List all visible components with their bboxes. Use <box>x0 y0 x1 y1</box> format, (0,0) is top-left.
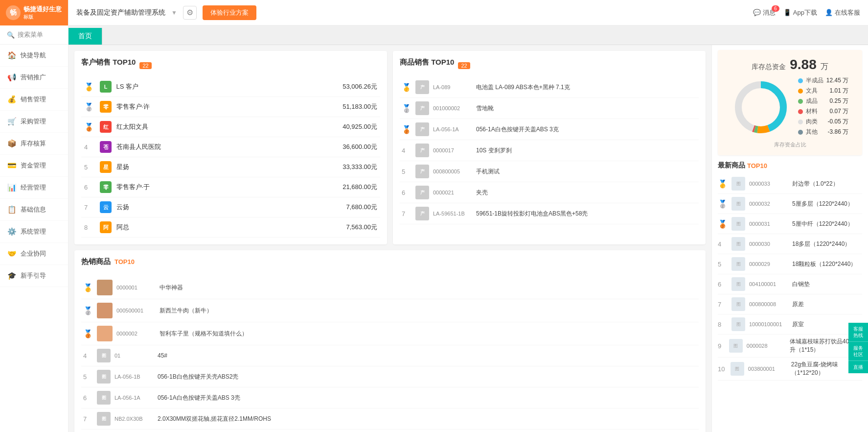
product-image-thumb <box>97 280 113 295</box>
search-menu[interactable]: 🔍 搜索菜单 <box>0 25 68 45</box>
settings-button[interactable]: ⚙ <box>183 6 197 20</box>
new-products-top10: TOP10 <box>747 162 767 169</box>
new-product-item: 8 图 10000100001 原室 <box>718 314 862 335</box>
new-product-thumb: 图 <box>731 237 745 251</box>
sidebar-item-purchase[interactable]: 🛒 采购管理 <box>0 111 68 133</box>
sidebar-item-system[interactable]: ⚙️ 系统管理 <box>0 221 68 243</box>
legend-item: 成品 0.25 万 <box>798 97 848 105</box>
hot-product-code: LA-056-1A <box>114 395 154 401</box>
sidebar-item-label: 新手引导 <box>21 271 46 280</box>
hot-product-code: 0000001 <box>116 285 156 290</box>
hot-product-name: 056-1A白色按键开关盖ABS 3壳 <box>158 394 240 402</box>
online-service-button[interactable]: 👤 在线客服 <box>825 8 860 17</box>
legend-label: 其他 <box>806 128 825 136</box>
product-ranking-title: 商品销售 TOP10 <box>400 58 454 67</box>
new-product-name: 5厘多层（1220*2440） <box>792 200 853 208</box>
sidebar-item-label: 销售管理 <box>21 95 46 104</box>
sidebar-item-label: 营销推广 <box>21 73 46 82</box>
legend-label: 文具 <box>806 87 827 95</box>
sidebar-item-label: 经营管理 <box>21 183 46 192</box>
basics-icon: 📋 <box>7 205 17 215</box>
product-placeholder-thumb: 图 <box>97 412 111 426</box>
customer-service-btn[interactable]: 客服热线 <box>848 323 868 342</box>
customer-name: 零 零售客户·许 <box>97 97 273 117</box>
legend-item: 其他 -3.86 万 <box>798 128 848 136</box>
product-rank: 🥇 <box>402 83 411 92</box>
app-download-button[interactable]: 📱 App下载 <box>783 8 817 17</box>
system-icon: ⚙️ <box>7 227 17 237</box>
legend-item: 肉类 -0.05 万 <box>798 118 848 126</box>
hot-product-code: 000500001 <box>116 308 156 313</box>
product-name: 056-1A白色按键开关盖ABS 3克 <box>476 125 559 134</box>
sidebar-item-inventory[interactable]: 📦 库存核算 <box>0 133 68 155</box>
hot-products-header: 热销商品 TOP10 <box>81 257 699 272</box>
rank-medal: 5 <box>81 157 97 177</box>
sidebar-item-marketing[interactable]: 📢 营销推广 <box>0 67 68 89</box>
legend-label: 材料 <box>806 107 827 116</box>
sidebar-item-guide[interactable]: 🎓 新手引导 <box>0 265 68 287</box>
sidebar-item-finance[interactable]: 💳 资金管理 <box>0 155 68 177</box>
product-ranking-card: 商品销售 TOP10 22 🥇 产 LA-089 电池盖 LA-089 ABS本… <box>393 51 706 244</box>
legend-value: 0.07 万 <box>829 107 848 116</box>
new-product-item: 🥇 图 0000033 封边带（1.0*22） <box>718 174 862 194</box>
new-product-name: 5厘中纤（1220*2440） <box>792 220 853 228</box>
customer-row: 7 云 云扬 7,680.00元 <box>81 197 380 217</box>
product-placeholder-thumb: 图 <box>97 391 111 405</box>
sidebar-item-basics[interactable]: 📋 基础信息 <box>0 199 68 221</box>
product-rank: 4 <box>402 147 411 154</box>
product-name: 手机测试 <box>476 168 500 176</box>
new-product-item: 🥉 图 0000031 5厘中纤（1220*2440） <box>718 214 862 234</box>
new-product-thumb: 图 <box>731 277 745 291</box>
enterprise-icon: 🤝 <box>7 249 17 259</box>
inventory-card: 库存总资金 9.88 万 <box>718 50 862 155</box>
customer-row: 4 苍 苍南县人民医院 36,600.00元 <box>81 137 380 157</box>
sidebar-item-sales[interactable]: 💰 销售管理 <box>0 89 68 111</box>
sales-icon: 💰 <box>7 95 17 104</box>
sidebar-item-quick-nav[interactable]: 🏠 快捷导航 <box>0 45 68 67</box>
hot-product-rank: 🥇 <box>83 283 93 292</box>
content-area: 客户销售 TOP10 22 🥇 L LS 客户 53,006.26元 🥈 零 零… <box>69 45 868 432</box>
product-badge: 22 <box>458 62 470 69</box>
product-ranking-item: 4 产 0000017 10S 变刹罗刹 <box>400 140 699 161</box>
hot-product-code: LA-056-1B <box>114 374 154 380</box>
customer-amount: 33,333.00元 <box>273 157 380 177</box>
topbar: 装备及固定资产辅助管理系统 ▼ ⚙ 体验行业方案 💬 消息 6 📱 App下载 … <box>69 0 868 25</box>
tab-home[interactable]: 首页 <box>69 28 102 45</box>
customer-row: 5 星 星扬 33,333.00元 <box>81 157 380 177</box>
new-product-thumb: 图 <box>731 197 745 211</box>
product-name: 59651-1B旋转投影灯电池盒ABS黑色+58壳 <box>476 210 588 218</box>
product-code: 001000002 <box>433 105 472 111</box>
new-product-code: 0000028 <box>747 343 786 349</box>
product-ranking-item: 🥉 产 LA-056-1A 056-1A白色按键开关盖ABS 3克 <box>400 119 699 140</box>
community-btn[interactable]: 服务社区 <box>848 342 868 361</box>
legend-color <box>798 78 803 83</box>
new-product-item: 5 图 0000029 18颗粒板（1220*2440） <box>718 254 862 274</box>
product-thumb: 产 <box>415 122 429 136</box>
brand-subtitle: 标版 <box>23 14 62 21</box>
sidebar-item-label: 库存核算 <box>21 139 46 148</box>
new-product-name: 原室 <box>792 320 804 329</box>
search-icon: 🔍 <box>7 31 15 39</box>
new-product-thumb: 图 <box>731 217 745 231</box>
customer-row: 8 阿 阿总 7,563.00元 <box>81 217 380 238</box>
product-code: 0000017 <box>433 147 472 153</box>
notifications-button[interactable]: 💬 消息 6 <box>753 8 776 17</box>
product-rank: 🥉 <box>402 125 411 134</box>
customer-name: 云 云扬 <box>97 197 273 217</box>
sidebar-item-enterprise[interactable]: 🤝 企业协同 <box>0 243 68 265</box>
hot-product-item: 🥈 000500001 新西兰牛肉（新牛） <box>81 299 699 322</box>
sidebar-item-operations[interactable]: 📊 经营管理 <box>0 177 68 199</box>
product-thumb: 产 <box>415 80 429 94</box>
top-rankings: 客户销售 TOP10 22 🥇 L LS 客户 53,006.26元 🥈 零 零… <box>74 51 706 244</box>
hot-product-name: 2.0X30MM双搓花轴,搓花直径2.1MM/ROHS <box>158 415 271 423</box>
brand-icon: 畅 <box>6 5 21 20</box>
main-content: 装备及固定资产辅助管理系统 ▼ ⚙ 体验行业方案 💬 消息 6 📱 App下载 … <box>69 0 868 432</box>
hot-product-code: 01 <box>114 353 154 359</box>
product-thumb: 产 <box>415 101 429 115</box>
customer-name: 零 零售客户·于 <box>97 177 273 197</box>
product-name: 雪地靴 <box>476 104 494 113</box>
trial-button[interactable]: 体验行业方案 <box>203 5 256 20</box>
nav-tabs: 首页 <box>69 25 868 45</box>
live-btn[interactable]: 直播 <box>848 361 868 373</box>
right-panel: 库存总资金 9.88 万 <box>711 45 868 432</box>
